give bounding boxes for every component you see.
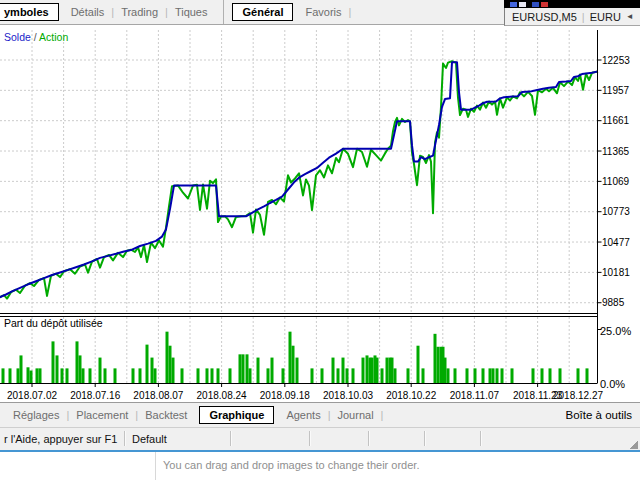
tab-backtest[interactable]: Backtest [138,409,194,421]
tab-details[interactable]: Détails [64,6,112,18]
deposit-load-bar [311,368,314,383]
footer-hint-bar: You can drag and drop images to change t… [0,450,640,480]
deposit-load-bar [27,367,30,383]
footer-hint-text: You can drag and drop images to change t… [163,459,419,471]
deposit-load-bar [181,368,184,383]
status-separator [124,431,125,446]
deposit-load-bar [76,341,79,383]
chart-window-titlebar [504,0,640,8]
deposit-load-bar [56,355,59,383]
x-axis-label: 2018.11.07 [450,390,500,401]
resize-grip[interactable] [630,441,638,449]
deposit-load-bar [206,368,209,383]
legend-separator: / [34,31,37,43]
status-bar: r l'Aide, appuyer sur F1 Default [0,427,640,451]
deposit-load-bar [282,368,285,383]
mt5-tester-window: 1225311957116611136511069107731047710181… [0,0,640,480]
window-icon-1 [519,2,526,7]
deposit-load-bar [169,346,172,384]
deposit-load-bar [489,368,492,383]
tab-trading[interactable]: Trading [114,6,165,18]
tab-favoris[interactable]: Favoris [298,6,348,18]
deposit-load-bar [586,368,589,383]
deposit-load-bar [289,332,292,384]
status-separator [309,431,310,446]
deposit-load-bar [99,358,102,384]
deposit-load-bar [346,368,349,383]
deposit-load-bar [146,345,149,384]
deposit-load-bar [211,368,214,383]
deposit-load-bar [166,332,169,384]
deposit-load-bar [496,368,499,383]
tab-placement[interactable]: Placement [69,409,135,421]
deposit-load-bar [151,358,154,384]
x-axis-label: 2018.08.07 [133,390,183,401]
deposit-load-bar [2,368,5,383]
deposit-load-bar [132,368,135,383]
tab-journal[interactable]: Journal [331,409,381,421]
tester-tabs-bar: Réglages | Placement | Backtest Graphiqu… [0,402,640,427]
deposit-load-bar [9,368,12,383]
chart-tab-eurusd-2[interactable]: EURU [590,11,621,23]
deposit-load-bar [541,368,544,383]
tab-tiques[interactable]: Tiques [168,6,215,18]
deposit-load-bar [466,368,469,383]
deposit-load-bar [61,368,64,383]
scroll-left-icon[interactable]: ◄ [626,12,634,21]
deposit-load-bar [371,358,374,384]
y-axis-label: 11365 [602,146,630,157]
deposit-load-bar [257,358,260,384]
pct-max-label: 25.0% [600,325,631,337]
deposit-load-bar [271,358,274,384]
deposit-load-bar [249,368,252,383]
pct-min-label: 0.0% [600,378,625,390]
status-separator [424,431,425,446]
tab-reglages[interactable]: Réglages [6,409,66,421]
deposit-load-bar [362,358,365,384]
deposit-load-bar [267,368,270,383]
tab-graphique[interactable]: Graphique [199,406,274,424]
deposit-load-bar [296,358,299,384]
deposit-load-bar [577,368,580,383]
window-icon-2 [532,2,539,7]
window-icon-3 [541,2,548,7]
deposit-load-bar [366,355,369,383]
status-profile[interactable]: Default [132,433,167,445]
deposit-load-bar [246,354,249,383]
deposit-load-bar [79,355,82,383]
status-separator [230,431,231,446]
deposit-load-bar [511,368,514,383]
market-watch-tabs: ymboles Détails | Trading | Tiques [0,0,214,24]
y-axis-label: 9885 [602,297,625,308]
y-axis-label: 11661 [602,115,630,126]
deposit-load-bar [422,368,425,383]
tab-separator: | [349,6,352,18]
deposit-load-title: Part du dépôt utilisée [4,317,103,329]
chart-tab-eurusd-m5[interactable]: EURUSD,M5 [512,11,577,23]
tab-symboles[interactable]: ymboles [0,3,59,21]
deposit-load-bar [501,368,504,383]
x-axis-label: 2018.08.24 [197,390,247,401]
deposit-load-bar [434,334,437,384]
tab-general[interactable]: Général [232,3,293,21]
tab-agents[interactable]: Agents [279,409,327,421]
deposit-load-bar [242,354,245,383]
chart-tabs-block: EURUSD,M5 | EURU ◄ ► [504,0,640,26]
deposit-load-bar [172,358,175,384]
deposit-load-bar [239,354,242,383]
deposit-load-bar [104,368,107,383]
tab-separator: | [582,11,585,23]
status-separator [368,431,369,446]
deposit-load-bar [492,368,495,383]
y-axis-label: 10181 [602,267,630,278]
deposit-load-bar [332,358,335,384]
deposit-load-bar [417,346,420,384]
deposit-load-bar [17,368,20,383]
legend-action: Action [39,31,68,43]
deposit-load-bar [532,368,535,383]
deposit-load-bar [376,358,379,384]
deposit-load-bar [386,358,389,384]
deposit-load-bar [559,368,562,383]
legend-solde: Solde [4,31,31,43]
deposit-load-bar [407,368,410,383]
